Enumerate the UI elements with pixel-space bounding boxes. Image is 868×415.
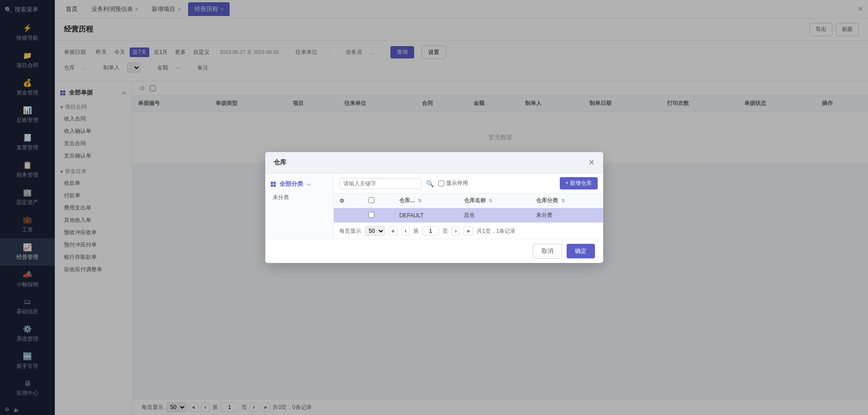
modal-col-category: 仓库分类 ⇅: [531, 194, 603, 208]
modal-prev-page[interactable]: ‹: [401, 226, 410, 236]
modal-table: ⚙ 仓库... ⇅ 仓库名称 ⇅: [334, 194, 603, 223]
modal-overlay: 仓库 ✕ 全部分类 ‹‹ 未分类: [0, 0, 868, 415]
tree-grid-icon: [271, 182, 277, 187]
modal-toolbar: 🔍 显示停用 + 新增仓库: [334, 173, 603, 194]
modal-page-label: 页: [442, 227, 448, 235]
modal-tree-header[interactable]: 全部分类 ‹‹: [265, 177, 333, 191]
table-row[interactable]: DEFAULT 总仓 未分类: [334, 208, 603, 223]
modal-col-check: [363, 194, 394, 208]
row-settings: [334, 208, 363, 223]
row-check[interactable]: [363, 208, 394, 223]
modal-page-prefix: 第: [413, 227, 419, 235]
row-checkbox[interactable]: [368, 212, 374, 218]
modal-col-settings: ⚙: [334, 194, 363, 208]
modal-per-page-select[interactable]: 50: [365, 226, 385, 236]
modal-page-input[interactable]: [422, 226, 439, 236]
modal-last-page[interactable]: »: [463, 226, 473, 236]
modal-tree: 全部分类 ‹‹ 未分类: [265, 173, 334, 239]
modal-warehouse: 仓库 ✕ 全部分类 ‹‹ 未分类: [265, 152, 603, 263]
row-name: 总仓: [458, 208, 531, 223]
row-code: DEFAULT: [394, 208, 458, 223]
row-category: 未分类: [531, 208, 603, 223]
modal-total-label: 共1页，1条记录: [477, 227, 516, 235]
modal-search-button[interactable]: 🔍: [426, 180, 434, 187]
modal-col-name: 仓库名称 ⇅: [458, 194, 531, 208]
modal-content: 🔍 显示停用 + 新增仓库 ⚙: [334, 173, 603, 239]
modal-body: 全部分类 ‹‹ 未分类 🔍 显示停用 + 新增仓库: [265, 173, 603, 239]
modal-select-all[interactable]: [368, 197, 374, 203]
modal-table-area: ⚙ 仓库... ⇅ 仓库名称 ⇅: [334, 194, 603, 223]
modal-tree-collapse[interactable]: ‹‹: [307, 181, 311, 188]
modal-title: 仓库: [274, 158, 286, 167]
modal-col-code: 仓库... ⇅: [394, 194, 458, 208]
modal-tree-item-uncategorized[interactable]: 未分类: [265, 191, 333, 204]
sort-icon-name: ⇅: [489, 198, 492, 203]
show-disabled-label[interactable]: 显示停用: [438, 179, 468, 187]
cancel-button[interactable]: 取消: [533, 244, 562, 258]
modal-next-page[interactable]: ›: [452, 226, 460, 236]
modal-actions: 取消 确定: [265, 239, 603, 263]
confirm-button[interactable]: 确定: [567, 244, 595, 258]
modal-table-footer: 每页显示 50 « ‹ 第 页 › » 共1页，1条记录: [334, 223, 603, 239]
modal-per-page-label: 每页显示: [339, 227, 361, 235]
modal-close-btn[interactable]: ✕: [588, 158, 595, 168]
sort-icon-code: ⇅: [418, 198, 421, 203]
modal-search-input[interactable]: [339, 178, 421, 189]
add-warehouse-button[interactable]: + 新增仓库: [560, 177, 597, 189]
show-disabled-checkbox[interactable]: [438, 180, 444, 186]
modal-header: 仓库 ✕: [265, 152, 603, 173]
sort-icon-category: ⇅: [561, 198, 565, 203]
modal-tree-all-label: 全部分类: [279, 180, 303, 188]
modal-first-page[interactable]: «: [389, 226, 398, 236]
